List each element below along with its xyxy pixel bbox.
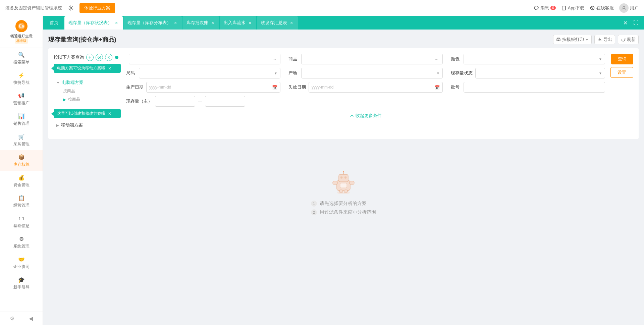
tab-close-inout-flow[interactable]: ✕ [248, 20, 252, 25]
sidebar-item-enterprise[interactable]: 🤝 企业协同 [0, 253, 43, 273]
sidebar-settings-icon[interactable]: ⚙ [10, 315, 14, 322]
svg-point-11 [99, 57, 100, 58]
sidebar-item-operation[interactable]: 📋 经营管理 [0, 191, 43, 212]
message-item[interactable]: 消息 6 [534, 5, 556, 11]
export-button[interactable]: 导出 [594, 35, 615, 44]
print-button[interactable]: 按模板打印 ▼ [553, 35, 592, 44]
stock-status-arrow: ▼ [599, 71, 602, 75]
sidebar-item-finance[interactable]: 💰 资金管理 [0, 171, 43, 191]
filter-warehouse: ··· [126, 54, 280, 64]
tab-close-collect-issue[interactable]: ✕ [289, 20, 294, 25]
collapse-btn[interactable]: 收起更多条件 [126, 110, 605, 121]
online-support-item[interactable]: 在线客服 [590, 5, 614, 11]
tooltip-scheme-close[interactable]: ✕ [108, 66, 111, 71]
svg-point-5 [623, 6, 625, 8]
sidebar-item-quick-nav[interactable]: ⚡ 快捷导航 [0, 68, 43, 89]
svg-rect-15 [339, 174, 348, 182]
svg-point-12 [337, 191, 350, 194]
origin-arrow: ▼ [436, 71, 440, 75]
user-avatar [619, 3, 629, 13]
exp-date-calendar-icon[interactable]: 📅 [434, 85, 440, 90]
stock-max-input[interactable] [205, 96, 245, 107]
svg-point-2 [564, 9, 564, 9]
prod-date-input[interactable]: yyyy-mm-dd 📅 [146, 82, 280, 93]
svg-point-18 [341, 177, 342, 178]
svg-point-4 [592, 9, 593, 10]
filter-origin: 产地 ▼ [288, 68, 443, 78]
svg-rect-9 [557, 40, 559, 41]
svg-point-0 [70, 7, 72, 9]
prod-date-calendar-icon[interactable]: 📅 [272, 85, 277, 90]
message-badge: 6 [550, 6, 556, 10]
sidebar-collapse-icon[interactable]: ◀ [29, 315, 33, 322]
back-scheme-btn[interactable] [105, 54, 112, 61]
origin-select[interactable]: ▼ [301, 68, 443, 78]
svg-rect-24 [339, 190, 343, 193]
filter-label: 按以下方案查询 [54, 54, 84, 60]
scheme-tree: ▼ 电脑端方案 按商品 ▶ 按商品 [54, 75, 121, 106]
desktop-scheme-sub-2[interactable]: ▶ 按商品 [60, 95, 121, 104]
tab-close-all-icon[interactable]: ✕ [621, 19, 629, 27]
batch-input[interactable] [464, 82, 605, 93]
tab-home[interactable]: 首页 [44, 16, 64, 30]
mobile-scheme-item[interactable]: ▶ 移动端方案 [54, 121, 121, 129]
sidebar-nav: 🔍 搜索菜单 ⚡ 快捷导航 📢 营销推广 📊 销售管理 🛒 采购管理 [0, 48, 43, 312]
sidebar-item-inventory[interactable]: 📦 库存核算 [0, 150, 43, 171]
size-select[interactable]: ▼ [139, 68, 280, 78]
product-dots[interactable]: ··· [433, 57, 440, 62]
sidebar-item-purchase[interactable]: 🛒 采购管理 [0, 130, 43, 150]
tab-inventory-status[interactable]: 现存量（库存状况表） ✕ [64, 16, 123, 30]
print-dropdown-icon[interactable]: ▼ [585, 38, 589, 42]
filter-color: 颜色 ▼ [451, 54, 605, 64]
tooltip-scheme: 电脑方案可设为移动方案哦 ✕ [54, 64, 121, 73]
tab-maximize-icon[interactable]: ⛶ [632, 19, 640, 27]
color-arrow: ▼ [599, 57, 602, 61]
svg-point-21 [343, 171, 344, 172]
desktop-scheme-sub-1[interactable]: 按商品 [60, 87, 121, 95]
refresh-button[interactable]: 刷新 [618, 35, 639, 44]
logo-text: 畅通道好生意 [10, 34, 33, 38]
empty-state: 1 请先选择要分析的方案 2 用过滤条件来缩小分析范围 [48, 142, 639, 245]
tab-batch-ledger[interactable]: 库存批次账 ✕ [182, 16, 219, 30]
product-input[interactable]: ··· [301, 54, 443, 64]
filter-size: 尺码 ▼ [126, 68, 280, 78]
tab-inventory-dist[interactable]: 现存量（库存分布表） ✕ [123, 16, 182, 30]
sidebar-item-guide[interactable]: 🎓 新手引导 [0, 273, 43, 293]
warehouse-dots[interactable]: ··· [271, 57, 277, 62]
add-scheme-btn[interactable]: + [86, 54, 94, 61]
warehouse-input[interactable]: ··· [129, 54, 280, 64]
system-title: 装备及固定资产辅助管理系统 [5, 5, 62, 11]
app-download-item[interactable]: App下载 [561, 5, 584, 11]
sidebar-item-basic[interactable]: 🗃 基础信息 [0, 212, 43, 232]
page-title: 现存量查询(按仓库+商品) [48, 36, 116, 44]
tab-close-batch-ledger[interactable]: ✕ [210, 20, 215, 25]
svg-point-19 [345, 177, 346, 178]
filter-prod-date: 生产日期 yyyy-mm-dd 📅 [126, 82, 280, 93]
sidebar-item-sales[interactable]: 📊 销售管理 [0, 109, 43, 130]
stock-status-select[interactable]: ▼ [475, 68, 605, 78]
sidebar-item-search-menu[interactable]: 🔍 搜索菜单 [0, 48, 43, 68]
tab-collect-issue[interactable]: 收发存汇总表 ✕ [257, 16, 298, 30]
color-select[interactable]: ▼ [464, 54, 605, 64]
settings-icon[interactable] [66, 3, 75, 13]
reset-button[interactable]: 设置 [610, 67, 633, 78]
query-button[interactable]: 查询 [611, 54, 633, 64]
desktop-scheme-item[interactable]: ▼ 电脑端方案 [54, 78, 121, 87]
tab-inout-flow[interactable]: 出入库流水 ✕ [220, 16, 256, 30]
user-area[interactable]: 用户 [619, 3, 639, 13]
stock-min-input[interactable] [155, 96, 195, 107]
logo-badge: 标准版 [15, 38, 28, 44]
svg-rect-23 [350, 181, 354, 184]
sidebar-item-system[interactable]: ⚙ 系统管理 [0, 232, 43, 253]
tab-close-inventory-dist[interactable]: ✕ [173, 20, 178, 25]
sidebar-item-marketing[interactable]: 📢 营销推广 [0, 89, 43, 109]
svg-rect-26 [340, 183, 347, 188]
step-2-num: 2 [311, 209, 317, 215]
trial-button[interactable]: 体验行业方案 [79, 3, 115, 13]
tooltip-create-close[interactable]: ✕ [108, 111, 111, 116]
exp-date-input[interactable]: yyyy-mm-dd 📅 [309, 82, 443, 93]
edit-scheme-btn[interactable] [96, 54, 103, 61]
filter-product: 商品 ··· [288, 54, 443, 64]
step-2-text: 用过滤条件来缩小分析范围 [320, 209, 376, 215]
tab-close-inventory-status[interactable]: ✕ [114, 20, 119, 25]
